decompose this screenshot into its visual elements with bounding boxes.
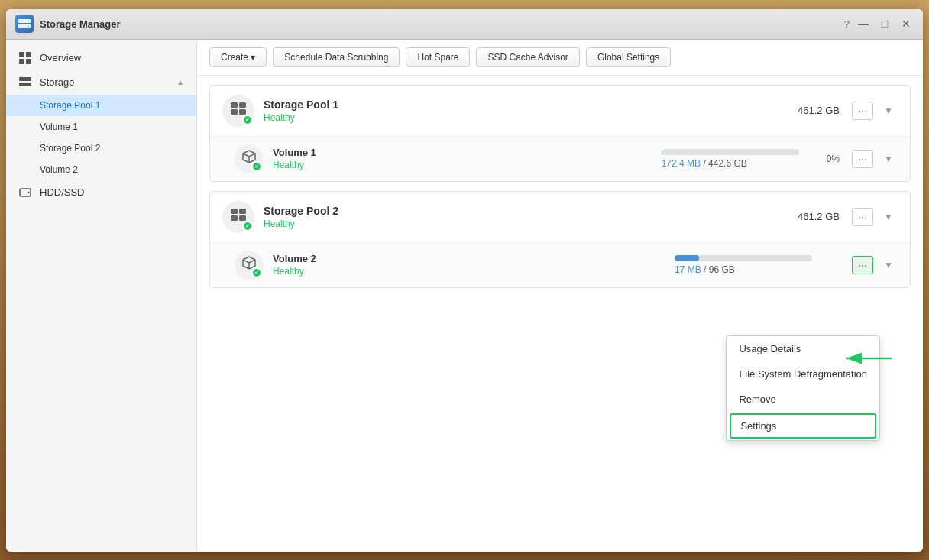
volume1-actions: ··· ▼: [852, 150, 898, 168]
window-title: Storage Manager: [40, 18, 844, 30]
pool1-actions: ··· ▼: [852, 102, 898, 120]
volume1-name: Volume 1: [273, 147, 662, 158]
volume2-usage-text: 17 MB / 96 GB: [675, 264, 735, 275]
storage-arrow: ▲: [176, 78, 184, 86]
create-button[interactable]: Create ▾: [209, 47, 267, 67]
volume1-status: Healthy: [273, 160, 662, 170]
svg-rect-4: [19, 52, 24, 57]
pool2-icon-wrap: [222, 201, 254, 233]
storage-pool2-label: Storage Pool 2: [40, 143, 100, 154]
pool1-expand-button[interactable]: ▼: [879, 102, 898, 120]
pool2-name: Storage Pool 2: [264, 205, 798, 217]
volume1-label: Volume 1: [40, 121, 78, 132]
window-controls: — □ ✕: [856, 16, 914, 31]
volume2-usage: 17 MB / 96 GB: [675, 255, 827, 275]
sidebar-item-hdd-ssd[interactable]: HDD/SSD: [6, 180, 196, 205]
maximize-button[interactable]: □: [877, 16, 892, 31]
context-menu: Usage Details File System Defragmentatio…: [726, 335, 880, 441]
pool1-status: Healthy: [264, 112, 798, 123]
overview-icon: [18, 51, 32, 65]
volume2-progress-fill: [675, 255, 699, 261]
volume2-progress-bar: [675, 255, 812, 261]
svg-rect-18: [239, 209, 246, 214]
pool1-header[interactable]: Storage Pool 1 Healthy 461.2 GB ··· ▼: [210, 86, 910, 136]
sidebar-item-volume2[interactable]: Volume 2: [6, 159, 196, 180]
global-settings-button[interactable]: Global Settings: [586, 47, 671, 67]
help-label: ?: [844, 18, 850, 30]
svg-rect-13: [239, 102, 246, 108]
ssd-cache-button[interactable]: SSD Cache Advisor: [476, 47, 579, 67]
svg-rect-12: [231, 102, 238, 108]
volume1-info: Volume 1 Healthy: [273, 147, 662, 170]
context-usage-details[interactable]: Usage Details: [727, 336, 879, 361]
svg-rect-7: [26, 59, 31, 64]
pool2-size: 461.2 GB: [798, 211, 840, 222]
pool1-more-button[interactable]: ···: [852, 102, 873, 120]
svg-rect-8: [19, 77, 31, 81]
volume1-percent: 0%: [827, 154, 840, 164]
pool2-status: Healthy: [264, 218, 798, 229]
close-button[interactable]: ✕: [898, 16, 914, 31]
svg-rect-15: [239, 109, 246, 115]
minimize-button[interactable]: —: [856, 16, 871, 31]
app-icon: [15, 15, 34, 33]
app-body: Overview Storage ▲ Storage Pool 1 Volume…: [6, 40, 923, 552]
volume1-used: 172.4 MB: [662, 158, 701, 169]
sidebar-item-overview[interactable]: Overview: [6, 46, 196, 70]
sidebar-item-storage[interactable]: Storage ▲: [6, 70, 196, 95]
volume1-row: Volume 1 Healthy 172.4 MB / 442.6 GB: [210, 136, 910, 181]
svg-rect-9: [19, 83, 31, 86]
pool1-name: Storage Pool 1: [264, 99, 798, 111]
volume2-row: Volume 2 Healthy 17 MB / 96 GB: [210, 242, 910, 287]
hdd-ssd-label: HDD/SSD: [40, 186, 184, 198]
svg-point-2: [28, 21, 29, 22]
content-area: Storage Pool 1 Healthy 461.2 GB ··· ▼: [197, 76, 923, 552]
volume1-total: 442.6 GB: [708, 158, 747, 169]
pool2-status-dot: [242, 221, 253, 231]
sidebar-item-pool1[interactable]: Storage Pool 1: [6, 95, 196, 116]
svg-rect-20: [239, 215, 246, 221]
pool2-expand-button[interactable]: ▼: [879, 208, 898, 226]
pool2-row: Storage Pool 2 Healthy 461.2 GB ··· ▼: [209, 191, 911, 288]
titlebar: Storage Manager ? — □ ✕: [6, 9, 923, 40]
main-content: Create ▾ Schedule Data Scrubbing Hot Spa…: [197, 40, 923, 552]
pool2-more-button[interactable]: ···: [852, 208, 873, 226]
volume2-status-dot: [251, 267, 262, 278]
sidebar-item-pool2[interactable]: Storage Pool 2: [6, 138, 196, 159]
svg-rect-6: [19, 59, 24, 64]
pool1-row: Storage Pool 1 Healthy 461.2 GB ··· ▼: [209, 85, 911, 182]
context-defrag[interactable]: File System Defragmentation: [727, 361, 879, 387]
volume1-more-button[interactable]: ···: [852, 150, 873, 168]
context-remove[interactable]: Remove: [727, 387, 879, 412]
storage-label: Storage: [40, 76, 176, 88]
storage-icon: [18, 76, 32, 89]
volume2-total: 96 GB: [709, 264, 735, 275]
volume1-status-dot: [251, 161, 262, 172]
pool1-size: 461.2 GB: [798, 105, 840, 116]
volume1-progress-bar: [662, 149, 799, 155]
volume1-expand-button[interactable]: ▼: [879, 150, 898, 168]
pool1-status-dot: [242, 115, 253, 125]
volume2-separator: /: [704, 264, 709, 275]
volume2-more-button[interactable]: ···: [852, 256, 873, 274]
storage-pool1-label: Storage Pool 1: [40, 100, 100, 111]
volume2-name: Volume 2: [273, 253, 675, 264]
volume1-usage: 172.4 MB / 442.6 GB: [662, 149, 814, 169]
volume2-used: 17 MB: [675, 264, 701, 275]
svg-rect-19: [231, 215, 238, 221]
overview-label: Overview: [40, 52, 184, 63]
hot-spare-button[interactable]: Hot Spare: [406, 47, 470, 67]
pool2-info: Storage Pool 2 Healthy: [264, 205, 798, 229]
volume1-usage-text: 172.4 MB / 442.6 GB: [662, 158, 747, 169]
pool1-icon-wrap: [222, 95, 254, 127]
volume2-info: Volume 2 Healthy: [273, 253, 675, 277]
svg-rect-14: [231, 109, 238, 115]
toolbar: Create ▾ Schedule Data Scrubbing Hot Spa…: [197, 40, 923, 76]
hdd-icon: [18, 186, 32, 199]
schedule-button[interactable]: Schedule Data Scrubbing: [273, 47, 400, 67]
context-settings[interactable]: Settings: [730, 413, 876, 439]
volume2-expand-button[interactable]: ▼: [879, 256, 898, 274]
sidebar-item-volume1[interactable]: Volume 1: [6, 116, 196, 138]
pool2-header[interactable]: Storage Pool 2 Healthy 461.2 GB ··· ▼: [210, 192, 910, 242]
svg-rect-5: [26, 52, 31, 57]
